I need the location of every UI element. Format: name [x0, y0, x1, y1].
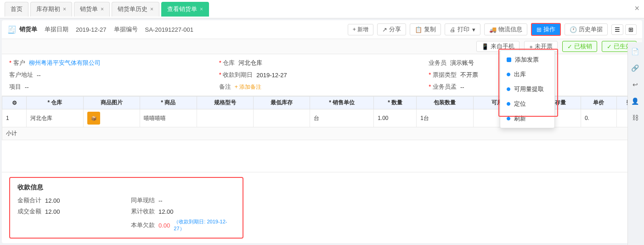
deal-amount-value: 12.00 — [45, 208, 60, 215]
warehouse-row: 仓库 河北仓库 — [219, 59, 425, 67]
row-no: 1 — [2, 109, 27, 127]
project-value: -- — [25, 84, 29, 91]
address-value: -- — [37, 72, 41, 79]
payment-box: 收款信息 金额合计 12.00 同单现结 -- 成交金额 12.00 累计收款 … — [9, 177, 243, 239]
locate-item[interactable]: 定位 — [500, 97, 554, 111]
tab-inventory[interactable]: 库存期初 × — [30, 2, 72, 17]
address-label: 客户地址 — [9, 71, 33, 79]
grid-view-button[interactable]: ⊞ — [625, 24, 637, 35]
locate-dot — [507, 102, 510, 106]
close-tab-view[interactable]: × — [200, 6, 203, 12]
row-pkg-qty: 1台 — [417, 109, 473, 127]
print-button[interactable]: 🖨 打印 ▾ — [445, 23, 480, 35]
date-label: 单据日期 — [45, 25, 68, 34]
payment-date-value: 2019-12-27 — [256, 72, 287, 79]
dropdown-arrow: ▾ — [472, 26, 475, 33]
address-row: 客户地址 -- — [9, 71, 215, 79]
tab-sales-order[interactable]: 销货单 × — [74, 2, 110, 17]
col-warehouse: * 仓库 — [27, 97, 83, 109]
truck-icon: 🚚 — [489, 26, 497, 33]
ticket-icon: ● — [529, 43, 533, 50]
sales-order-icon: 🧾 — [7, 25, 17, 34]
share-icon: ↗ — [382, 26, 387, 33]
sidebar-chain-icon[interactable]: ⛓ — [630, 112, 641, 123]
col-unit: * 销售单位 — [310, 97, 374, 109]
subtotal-label: 小计 — [2, 127, 642, 140]
new-button[interactable]: + 新增 — [348, 24, 373, 35]
deal-amount-label: 成交金额 — [17, 207, 41, 216]
customer-row: 客户 柳州粤港平安气体有限公司 — [9, 59, 215, 67]
share-button[interactable]: ↗ 分享 — [377, 23, 406, 35]
sidebar-doc-icon[interactable]: 📄 — [630, 46, 641, 57]
note-label: 备注 — [219, 83, 231, 91]
operate-button[interactable]: ⊞ 操作 — [531, 23, 561, 36]
total-amount-label: 金额合计 — [17, 196, 41, 205]
logistics-button[interactable]: 🚚 物流信息 — [484, 23, 527, 35]
staff-label: 业务员 — [429, 59, 446, 67]
confirmed-button[interactable]: ✓ 已核销 — [562, 41, 597, 52]
effective-icon: ✓ — [607, 43, 612, 50]
subtotal-row: 小计 — [2, 127, 642, 140]
close-tab-sales[interactable]: × — [101, 6, 104, 12]
doc-actions: + 新增 ↗ 分享 📋 复制 🖨 打印 ▾ 🚚 物流信息 ⊞ 操作 — [348, 23, 637, 36]
add-note-button[interactable]: + 添加备注 — [235, 83, 261, 91]
invoice-dot — [507, 57, 511, 62]
tab-view-sales-order[interactable]: 查看销货单 × — [161, 2, 209, 17]
col-settings[interactable]: ⚙ — [2, 97, 27, 109]
doc-title: 🧾 销货单 — [7, 25, 37, 34]
sidebar-link-icon[interactable]: 🔗 — [630, 63, 641, 74]
total-collected-value: 12.00 — [158, 208, 174, 215]
grid-icon: ⊞ — [537, 26, 542, 33]
list-view-button[interactable]: ☰ — [611, 24, 623, 35]
tab-bar: 首页 库存期初 × 销货单 × 销货单历史 × 查看销货单 × × — [0, 0, 644, 18]
row-product: 嘻嘻嘻嘻 — [140, 109, 197, 127]
doc-meta: 单据日期 2019-12-27 单据编号 SA-20191227-001 — [45, 25, 193, 34]
payment-date-row: 收款到期日 2019-12-27 — [219, 71, 425, 79]
no-label: 单据编号 — [114, 25, 138, 34]
operate-dropdown: 添加发票 出库 可用量提取 定位 刷新 — [500, 50, 555, 128]
main-area: 🧾 销货单 单据日期 2019-12-27 单据编号 SA-20191227-0… — [2, 20, 642, 243]
total-amount-value: 12.00 — [45, 197, 60, 204]
row-price: 0. — [581, 109, 616, 127]
close-tab-history[interactable]: × — [150, 6, 153, 12]
window-close-button[interactable]: × — [634, 4, 639, 13]
sidebar-user-icon[interactable]: 👤 — [630, 96, 641, 107]
row-spec — [197, 109, 253, 127]
warehouse-label: 仓库 — [219, 59, 235, 67]
staff2-label: 业务员孟 — [429, 83, 457, 91]
copy-icon: 📋 — [415, 26, 422, 33]
owed-label: 本单欠款 — [131, 221, 155, 229]
staff2-value: -- — [460, 84, 464, 91]
avail-dot — [507, 87, 510, 91]
warehouse-value: 河北仓库 — [238, 59, 262, 67]
payment-grid: 金额合计 12.00 同单现结 -- 成交金额 12.00 累计收款 12.00 — [17, 196, 235, 232]
sidebar-return-icon[interactable]: ↩ — [630, 79, 641, 90]
staff-value: 演示账号 — [450, 59, 474, 67]
col-min-stock: 最低库存 — [253, 97, 310, 109]
outbound-dot — [507, 73, 510, 76]
customer-value[interactable]: 柳州粤港平安气体有限公司 — [29, 59, 101, 67]
outbound-item[interactable]: 出库 — [500, 67, 554, 82]
history-button[interactable]: 🕐 历史单据 — [565, 23, 608, 35]
refresh-dot — [507, 117, 510, 120]
col-product: * 商品 — [140, 97, 197, 109]
col-spec: 规格型号 — [197, 97, 253, 109]
row-unit: 台 — [310, 109, 374, 127]
close-tab-inventory[interactable]: × — [63, 6, 66, 12]
footer-area: 收款信息 金额合计 12.00 同单现结 -- 成交金额 12.00 累计收款 … — [2, 172, 642, 243]
payment-title: 收款信息 — [17, 183, 235, 192]
copy-button[interactable]: 📋 复制 — [410, 23, 441, 35]
avail-extract-label: 可用量提取 — [514, 85, 544, 93]
total-amount-row: 金额合计 12.00 — [17, 196, 122, 205]
row-img: 📦 — [83, 109, 140, 127]
refresh-item[interactable]: 刷新 — [500, 111, 554, 126]
same-order-label: 同单现结 — [131, 196, 155, 205]
total-collected-label: 累计收款 — [131, 207, 155, 216]
tab-sales-history[interactable]: 销货单历史 × — [112, 2, 159, 17]
col-pkg-qty: 包装数量 — [417, 97, 473, 109]
avail-extract-item[interactable]: 可用量提取 — [500, 82, 554, 97]
add-invoice-item[interactable]: 添加发票 — [500, 52, 554, 67]
tab-home[interactable]: 首页 — [5, 2, 28, 17]
same-order-row: 同单现结 -- — [131, 196, 235, 205]
date-value: 2019-12-27 — [76, 26, 107, 33]
